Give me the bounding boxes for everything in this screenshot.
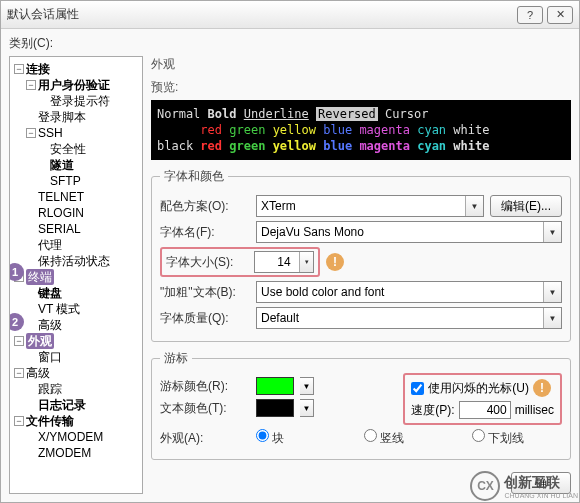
collapse-icon[interactable]: − (14, 416, 24, 426)
scheme-label: 配色方案(O): (160, 198, 250, 215)
tree-keyboard[interactable]: 键盘 (26, 285, 140, 301)
help-button[interactable]: ? (517, 6, 543, 24)
collapse-icon[interactable]: − (26, 128, 36, 138)
category-label: 类别(C): (9, 35, 571, 52)
preview-label: 预览: (151, 79, 571, 96)
tree-serial[interactable]: SERIAL (26, 221, 140, 237)
chevron-down-icon[interactable]: ▼ (543, 222, 561, 242)
tree-window[interactable]: 窗口 (26, 349, 140, 365)
tree-loginprompt[interactable]: 登录提示符 (38, 93, 140, 109)
warning-icon: ! (326, 253, 344, 271)
preview-box: Normal Bold Underline Reversed Cursor re… (151, 100, 571, 160)
tree-ssh[interactable]: −SSH (26, 125, 140, 141)
collapse-icon[interactable]: − (14, 64, 24, 74)
category-tree[interactable]: 1 2 −连接 −用户身份验证 登录提示符 登录脚本 −SSH 安全性 (9, 56, 143, 494)
tree-trace[interactable]: 跟踪 (26, 381, 140, 397)
watermark-logo: CX (470, 471, 500, 501)
chevron-down-icon[interactable]: ▼ (543, 282, 561, 302)
tree-keepalive[interactable]: 保持活动状态 (26, 253, 140, 269)
cursorcolor-swatch[interactable] (256, 377, 294, 395)
quality-combo[interactable]: Default▼ (256, 307, 562, 329)
watermark: CX 创新互联 CHUANG XIN HU LIAN (470, 471, 578, 501)
cursor-group: 游标 游标颜色(R): ▼ 文本颜色(T): ▼ (151, 350, 571, 460)
tree-telnet[interactable]: TELNET (26, 189, 140, 205)
tree-tunnel[interactable]: 隧道 (38, 157, 140, 173)
speed-unit: millisec (515, 403, 554, 417)
chevron-down-icon[interactable]: ▼ (300, 377, 314, 395)
edit-scheme-button[interactable]: 编辑(E)... (490, 195, 562, 217)
shape-label: 外观(A): (160, 430, 250, 447)
quality-label: 字体质量(Q): (160, 310, 250, 327)
spinner-arrows-icon[interactable]: ▾ (299, 252, 313, 272)
collapse-icon[interactable]: − (14, 336, 24, 346)
tree-logging[interactable]: 日志记录 (26, 397, 140, 413)
blink-label: 使用闪烁的光标(U) (428, 380, 529, 397)
chevron-down-icon[interactable]: ▼ (300, 399, 314, 417)
speed-input[interactable] (459, 401, 511, 419)
chevron-down-icon[interactable]: ▼ (543, 308, 561, 328)
tree-zmodem[interactable]: ZMODEM (26, 445, 140, 461)
chevron-down-icon[interactable]: ▼ (465, 196, 483, 216)
tree-terminal[interactable]: −终端 (14, 269, 140, 285)
collapse-icon[interactable]: − (26, 80, 36, 90)
titlebar: 默认会话属性 ? ✕ (1, 1, 579, 29)
warning-icon: ! (533, 379, 551, 397)
shape-block-radio[interactable]: 块 (256, 429, 346, 447)
tree-sftp[interactable]: SFTP (38, 173, 140, 189)
boldtext-combo[interactable]: Use bold color and font▼ (256, 281, 562, 303)
tree-adv[interactable]: 高级 (26, 317, 140, 333)
tree-proxy[interactable]: 代理 (26, 237, 140, 253)
fonts-colors-group: 字体和颜色 配色方案(O): XTerm▼ 编辑(E)... 字体名(F): D… (151, 168, 571, 342)
fontname-combo[interactable]: DejaVu Sans Mono▼ (256, 221, 562, 243)
speed-label: 速度(P): (411, 402, 454, 419)
tree-vtmode[interactable]: VT 模式 (26, 301, 140, 317)
fontsize-spinner[interactable]: 14▾ (254, 251, 314, 273)
tree-loginscript[interactable]: 登录脚本 (26, 109, 140, 125)
tree-advanced[interactable]: −高级 (14, 365, 140, 381)
tree-auth[interactable]: −用户身份验证 (26, 77, 140, 93)
boldtext-label: "加粗"文本(B): (160, 284, 250, 301)
tree-appearance[interactable]: −外观 (14, 333, 140, 349)
tree-xymodem[interactable]: X/YMODEM (26, 429, 140, 445)
tree-rlogin[interactable]: RLOGIN (26, 205, 140, 221)
shape-underline-radio[interactable]: 下划线 (472, 429, 562, 447)
scheme-combo[interactable]: XTerm▼ (256, 195, 484, 217)
cursorcolor-label: 游标颜色(R): (160, 378, 250, 395)
window-title: 默认会话属性 (7, 6, 517, 23)
tree-security[interactable]: 安全性 (38, 141, 140, 157)
textcolor-label: 文本颜色(T): (160, 400, 250, 417)
section-title: 外观 (151, 56, 571, 73)
fontsize-label: 字体大小(S): (166, 254, 248, 271)
tree-filetransfer[interactable]: −文件传输 (14, 413, 140, 429)
close-button[interactable]: ✕ (547, 6, 573, 24)
tree-connection[interactable]: −连接 (14, 61, 140, 77)
collapse-icon[interactable]: − (14, 368, 24, 378)
blink-checkbox[interactable] (411, 382, 424, 395)
fontname-label: 字体名(F): (160, 224, 250, 241)
textcolor-swatch[interactable] (256, 399, 294, 417)
shape-vertical-radio[interactable]: 竖线 (364, 429, 454, 447)
